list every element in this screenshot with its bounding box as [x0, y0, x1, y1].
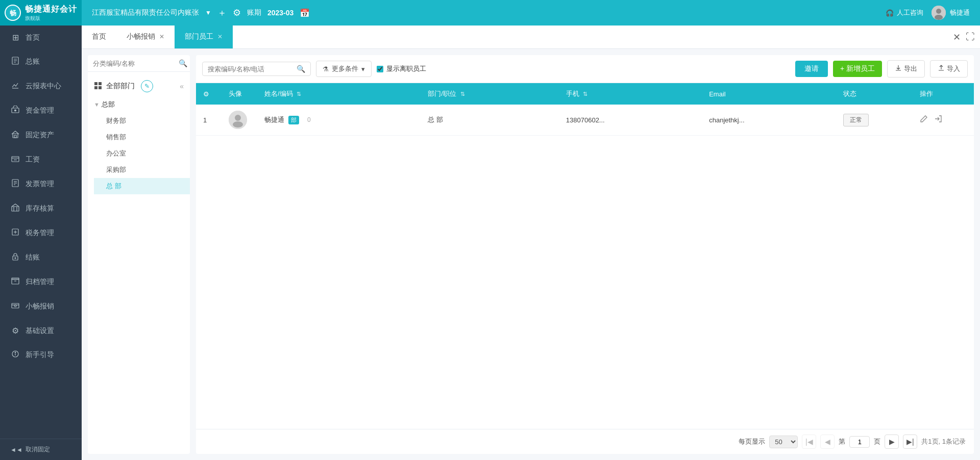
first-page-button[interactable]: |◀	[802, 435, 816, 449]
last-page-button[interactable]: ▶|	[903, 435, 917, 449]
employee-search-input[interactable]	[208, 65, 293, 73]
import-button[interactable]: 导入	[930, 60, 968, 78]
sidebar-label-assets: 固定资产	[26, 131, 54, 140]
dept-search-icon[interactable]: 🔍	[179, 59, 187, 67]
dept-node-zongbu[interactable]: 总 部	[94, 178, 190, 194]
sidebar-item-invoice[interactable]: 发票管理	[0, 172, 82, 196]
dept-node-bangongshi[interactable]: 办公室	[94, 145, 190, 162]
dept-search-input[interactable]	[93, 60, 179, 67]
home-icon: ⊞	[10, 33, 20, 42]
unpin-label: 取消固定	[26, 445, 50, 454]
sidebar-item-expense[interactable]: 小畅报销	[0, 294, 82, 319]
sidebar-item-reports[interactable]: 云报表中心	[0, 74, 82, 98]
col-settings[interactable]: ⚙	[196, 83, 222, 105]
sidebar-label-archive: 归档管理	[26, 277, 54, 287]
page-content: 🔍 全部部门 ✎ « ▼ 总部	[82, 49, 980, 460]
sidebar-item-inventory[interactable]: 库存核算	[0, 196, 82, 221]
dept-node-caigou[interactable]: 采购部	[94, 162, 190, 178]
sidebar-item-archive[interactable]: 归档管理	[0, 270, 82, 294]
unpin-button[interactable]: ◄◄ 取消固定	[0, 439, 82, 460]
sidebar-item-salary[interactable]: 工资	[0, 147, 82, 172]
sidebar-item-ledger[interactable]: 总账	[0, 49, 82, 74]
header-right: 🎧 人工咨询 畅捷通	[886, 6, 980, 20]
dept-node-xiaoshou[interactable]: 销售部	[94, 129, 190, 145]
export-button[interactable]: 导出	[887, 60, 925, 78]
employee-name: 畅捷通	[264, 115, 284, 124]
svg-rect-41	[99, 86, 102, 89]
sidebar-item-settings[interactable]: ⚙ 基础设置	[0, 319, 82, 343]
tab-employee[interactable]: 部门员工 ✕	[175, 25, 233, 48]
sidebar-item-tax[interactable]: 税务管理	[0, 221, 82, 245]
employee-table: ⚙ 头像 姓名/编码 ⇅ 部门/职位 ⇅ 手机 ⇅ Email 状态 操作	[196, 83, 974, 429]
logout-icon[interactable]	[934, 115, 942, 125]
employee-search-icon[interactable]: 🔍	[297, 65, 305, 73]
dept-zongbu-label: 总部	[102, 100, 115, 109]
show-resigned-label[interactable]: 显示离职员工	[377, 64, 426, 73]
edit-icon[interactable]	[920, 115, 928, 125]
svg-rect-13	[14, 135, 16, 138]
next-page-button[interactable]: ▶	[885, 435, 899, 449]
sidebar-label-reports: 云报表中心	[26, 82, 61, 91]
employee-avatar	[229, 111, 247, 129]
prev-page-button[interactable]: ◀	[820, 435, 835, 449]
logo-area: 畅 畅捷通好会计 旗舰版	[0, 0, 82, 25]
add-account-button[interactable]: ＋	[217, 7, 227, 19]
tab-expense[interactable]: 小畅报销 ✕	[116, 25, 175, 48]
row-phone-cell: 138070602...	[559, 105, 702, 136]
col-phone[interactable]: 手机 ⇅	[559, 83, 702, 105]
sidebar-label-inventory: 库存核算	[26, 204, 54, 213]
sidebar-item-guide[interactable]: 新手引导	[0, 343, 82, 367]
svg-rect-14	[12, 157, 19, 162]
tab-expense-close-icon[interactable]: ✕	[159, 33, 164, 40]
tab-close-window-button[interactable]: ✕	[953, 32, 961, 43]
status-badge: 正常	[843, 114, 869, 126]
sidebar-item-home[interactable]: ⊞ 首页	[0, 25, 82, 49]
svg-rect-21	[12, 207, 19, 211]
dept-search-bar: 🔍	[88, 55, 190, 72]
filter-button[interactable]: ⚗ 更多条件 ▾	[316, 61, 372, 77]
add-employee-button[interactable]: + 新增员工	[833, 61, 882, 77]
row-status-cell: 正常	[836, 105, 913, 136]
show-resigned-checkbox[interactable]	[377, 66, 383, 72]
settings-gear-icon[interactable]: ⚙	[233, 7, 241, 18]
calendar-icon[interactable]: 📅	[300, 8, 310, 18]
col-avatar: 头像	[222, 83, 257, 105]
company-name[interactable]: 江西服宝精品有限责任公司内账张	[92, 8, 199, 17]
dept-grid-icon	[94, 82, 102, 91]
import-label: 导入	[947, 64, 960, 73]
tab-home[interactable]: 首页	[82, 25, 116, 48]
dept-collapse-icon[interactable]: «	[180, 82, 184, 90]
sidebar-label-expense: 小畅报销	[26, 302, 54, 311]
col-dept[interactable]: 部门/职位 ⇅	[421, 83, 559, 105]
sidebar-item-funds[interactable]: 资金管理	[0, 98, 82, 123]
period-value[interactable]: 2023-03	[267, 9, 293, 17]
archive-icon	[10, 277, 20, 287]
svg-point-28	[15, 258, 16, 259]
dept-edit-button[interactable]: ✎	[141, 80, 153, 92]
funds-icon	[10, 106, 20, 116]
per-page-select[interactable]: 50 10 20 100	[769, 436, 798, 448]
tab-employee-close-icon[interactable]: ✕	[217, 33, 223, 40]
dept-all-button[interactable]: 全部部门 ✎ «	[88, 76, 190, 96]
unpin-icon: ◄◄	[10, 446, 22, 453]
col-name[interactable]: 姓名/编码 ⇅	[257, 83, 421, 105]
sidebar-item-assets[interactable]: 固定资产	[0, 123, 82, 147]
svg-point-11	[15, 110, 16, 111]
tab-maximize-button[interactable]: ⛶	[966, 32, 975, 42]
export-label: 导出	[904, 64, 917, 73]
page-di-label: 第	[839, 437, 845, 446]
employee-search-box: 🔍	[202, 62, 311, 76]
dept-node-zongbu-parent[interactable]: ▼ 总部	[88, 96, 190, 113]
invite-button[interactable]: 邀请	[795, 61, 828, 77]
page-number-input[interactable]	[849, 436, 870, 448]
table-row: 1	[196, 105, 974, 136]
employee-toolbar: 🔍 ⚗ 更多条件 ▾ 显示离职员工 邀请 + 新增员工	[196, 55, 974, 83]
service-button[interactable]: 🎧 人工咨询	[886, 8, 923, 17]
company-dropdown-icon[interactable]: ▼	[205, 9, 211, 16]
tax-icon	[10, 228, 20, 238]
user-area[interactable]: 畅捷通	[932, 6, 970, 20]
user-avatar	[932, 6, 946, 20]
sidebar-item-close[interactable]: 结账	[0, 245, 82, 270]
row-action-cell	[913, 105, 974, 136]
dept-node-caiwu[interactable]: 财务部	[94, 113, 190, 129]
